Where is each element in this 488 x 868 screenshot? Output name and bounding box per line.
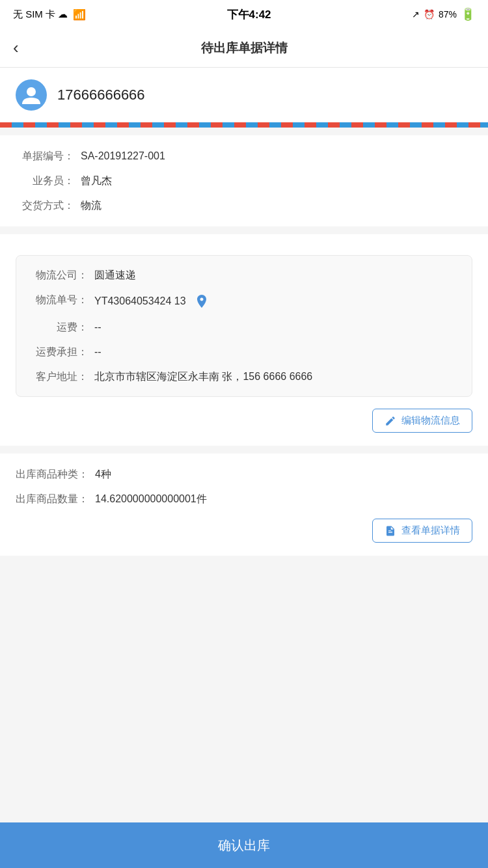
status-right: ↗ ⏰ 87% 🔋: [412, 7, 475, 21]
customer-address-label: 客户地址：: [29, 369, 88, 385]
delivery-value: 物流: [81, 198, 472, 213]
battery-icon: 🔋: [461, 7, 475, 21]
logistics-card: 物流公司： 圆通速递 物流单号： YT43064053424 13 运费： --…: [16, 255, 472, 397]
sales-rep-row: 业务员： 曾凡杰: [16, 173, 472, 189]
freight-bearer-label: 运费承担：: [29, 344, 88, 360]
details-button-row: 查看单据详情: [16, 519, 472, 543]
goods-quantity-value: 14.620000000000001件: [95, 491, 472, 507]
view-details-label: 查看单据详情: [401, 524, 460, 537]
customer-address-row: 客户地址： 北京市市辖区海淀区永丰南 张，156 6666 6666: [29, 369, 459, 385]
logistics-company-value: 圆通速递: [94, 267, 459, 283]
goods-quantity-row: 出库商品数量： 14.620000000000001件: [16, 491, 472, 507]
edit-icon: [385, 415, 396, 427]
goods-category-row: 出库商品种类： 4种: [16, 467, 472, 482]
wifi-icon: 📶: [73, 8, 86, 21]
order-number-label: 单据编号：: [16, 148, 74, 164]
freight-bearer-row: 运费承担： --: [29, 344, 459, 360]
sim-status: 无 SIM 卡 ☁: [13, 8, 68, 21]
tracking-number-row: 物流单号： YT43064053424 13: [29, 292, 459, 310]
nav-bar: ‹ 待出库单据详情: [0, 29, 488, 68]
sales-rep-label: 业务员：: [16, 173, 74, 189]
delivery-label: 交货方式：: [16, 198, 74, 213]
view-details-button[interactable]: 查看单据详情: [372, 519, 472, 543]
order-number-row: 单据编号： SA-20191227-001: [16, 148, 472, 164]
back-button[interactable]: ‹: [13, 38, 19, 58]
person-icon: [21, 85, 42, 105]
freight-label: 运费：: [29, 319, 88, 335]
customer-address-value: 北京市市辖区海淀区永丰南 张，156 6666 6666: [94, 369, 459, 385]
logistics-section: 物流公司： 圆通速递 物流单号： YT43064053424 13 运费： --…: [0, 234, 488, 446]
logistics-company-label: 物流公司：: [29, 267, 88, 283]
location-indicator: ↗: [412, 9, 420, 20]
goods-quantity-label: 出库商品数量：: [16, 491, 88, 507]
map-pin-icon[interactable]: [193, 292, 211, 310]
tracking-number-label: 物流单号：: [29, 292, 88, 308]
logistics-company-row: 物流公司： 圆通速递: [29, 267, 459, 283]
edit-logistics-label: 编辑物流信息: [401, 414, 460, 427]
goods-category-label: 出库商品种类：: [16, 467, 88, 482]
freight-value: --: [94, 319, 459, 335]
status-time: 下午4:42: [227, 7, 271, 22]
confirm-button[interactable]: 确认出库: [0, 822, 488, 868]
goods-section: 出库商品种类： 4种 出库商品数量： 14.620000000000001件 查…: [0, 454, 488, 556]
goods-category-value: 4种: [95, 467, 472, 482]
page-title: 待出库单据详情: [201, 40, 288, 57]
customer-phone: 17666666666: [57, 87, 145, 103]
sales-rep-value: 曾凡杰: [81, 173, 472, 189]
freight-bearer-value: --: [94, 344, 459, 360]
svg-point-0: [27, 87, 36, 96]
confirm-label: 确认出库: [218, 837, 270, 854]
delivery-row: 交货方式： 物流: [16, 198, 472, 213]
tracking-number-value-wrapper: YT43064053424 13: [94, 292, 459, 310]
document-icon: [385, 525, 396, 537]
bottom-spacer: [0, 556, 488, 608]
customer-section: 17666666666: [0, 68, 488, 122]
order-info-section: 单据编号： SA-20191227-001 业务员： 曾凡杰 交货方式： 物流: [0, 135, 488, 226]
edit-button-row: 编辑物流信息: [16, 409, 472, 433]
avatar: [16, 79, 47, 111]
battery-level: 87%: [439, 9, 457, 20]
edit-logistics-button[interactable]: 编辑物流信息: [372, 409, 472, 433]
alarm-icon: ⏰: [424, 9, 435, 20]
status-left: 无 SIM 卡 ☁ 📶: [13, 8, 86, 21]
order-number-value: SA-20191227-001: [81, 148, 472, 164]
tracking-number-value: YT43064053424 13: [94, 293, 186, 309]
dashed-divider: [0, 122, 488, 128]
status-bar: 无 SIM 卡 ☁ 📶 下午4:42 ↗ ⏰ 87% 🔋: [0, 0, 488, 29]
freight-row: 运费： --: [29, 319, 459, 335]
